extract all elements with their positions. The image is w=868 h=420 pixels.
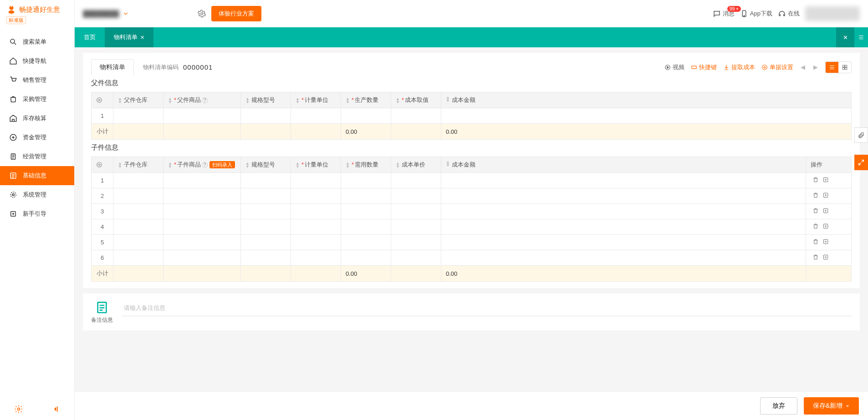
th-child-spec[interactable]: ▲▼规格型号 xyxy=(241,157,291,173)
cell[interactable] xyxy=(241,250,291,266)
table-row[interactable]: 5 xyxy=(92,235,852,250)
cell[interactable] xyxy=(391,108,441,124)
remarks-input[interactable] xyxy=(122,300,852,316)
doc-settings-link[interactable]: 单据设置 xyxy=(761,63,793,71)
cell[interactable] xyxy=(291,219,341,235)
gear-icon[interactable] xyxy=(198,10,206,18)
th-parent-unit[interactable]: ▲▼*计量单位 xyxy=(291,92,341,108)
sidebar-item-funds[interactable]: 资金管理 xyxy=(0,128,74,147)
delete-row-button[interactable] xyxy=(812,192,819,198)
cell[interactable] xyxy=(441,219,806,235)
add-row-button[interactable] xyxy=(822,207,829,214)
th-parent-spec[interactable]: ▲▼规格型号 xyxy=(241,92,291,108)
cell[interactable] xyxy=(291,250,341,266)
cell[interactable] xyxy=(391,219,441,235)
cell[interactable] xyxy=(341,173,391,188)
cell[interactable] xyxy=(341,204,391,219)
add-row-button[interactable] xyxy=(822,177,829,183)
delete-row-button[interactable] xyxy=(812,223,819,229)
cell[interactable] xyxy=(291,204,341,219)
table-row[interactable]: 1 xyxy=(92,173,852,188)
cell[interactable] xyxy=(163,235,241,250)
cell[interactable] xyxy=(113,250,163,266)
cell[interactable] xyxy=(391,235,441,250)
cell[interactable] xyxy=(113,219,163,235)
sidebar-item-purchase[interactable]: 采购管理 xyxy=(0,90,74,109)
sidebar-item-inventory[interactable]: 库存核算 xyxy=(0,109,74,128)
close-icon[interactable]: ✕ xyxy=(140,35,144,40)
cell[interactable] xyxy=(441,173,806,188)
cell[interactable] xyxy=(341,188,391,204)
org-selector[interactable]: ████████ xyxy=(83,10,192,17)
add-row-button[interactable] xyxy=(822,223,829,229)
cell[interactable] xyxy=(441,250,806,266)
th-parent-qty[interactable]: ▲▼*生产数量 xyxy=(341,92,391,108)
cell[interactable] xyxy=(163,204,241,219)
settings-gear-icon[interactable] xyxy=(14,405,23,414)
sidebar-item-system[interactable]: 系统管理 xyxy=(0,185,74,204)
th-gear[interactable] xyxy=(92,157,113,173)
cell[interactable] xyxy=(391,204,441,219)
help-icon[interactable]: ? xyxy=(202,97,208,103)
discard-button[interactable]: 放弃 xyxy=(760,397,797,415)
video-help-link[interactable]: 视频 xyxy=(664,63,684,71)
cell[interactable] xyxy=(241,108,291,124)
cell[interactable] xyxy=(241,235,291,250)
add-row-button[interactable] xyxy=(822,192,829,198)
cell[interactable] xyxy=(441,204,806,219)
delete-row-button[interactable] xyxy=(812,207,819,214)
cell[interactable] xyxy=(241,188,291,204)
cell[interactable] xyxy=(163,250,241,266)
tabs-menu[interactable] xyxy=(854,27,868,47)
th-gear[interactable] xyxy=(92,92,113,108)
cell[interactable] xyxy=(391,250,441,266)
scan-button[interactable]: 扫码录入 xyxy=(209,161,235,168)
delete-row-button[interactable] xyxy=(812,254,819,260)
experience-button[interactable]: 体验行业方案 xyxy=(211,6,261,21)
cell[interactable] xyxy=(341,235,391,250)
delete-row-button[interactable] xyxy=(812,177,819,183)
th-child-unit[interactable]: ▲▼*计量单位 xyxy=(291,157,341,173)
cell[interactable] xyxy=(241,219,291,235)
cell[interactable] xyxy=(163,188,241,204)
app-download-button[interactable]: App下载 xyxy=(740,10,772,18)
next-doc-button[interactable]: ▶ xyxy=(812,64,819,71)
th-child-unitcost[interactable]: ▲▼成本单价 xyxy=(391,157,441,173)
sidebar-item-guide[interactable]: 新手引导 xyxy=(0,204,74,223)
tab-home[interactable]: 首页 xyxy=(75,27,105,47)
cell[interactable] xyxy=(163,219,241,235)
sidebar-item-basicinfo[interactable]: 基础信息 xyxy=(0,166,74,185)
cell[interactable] xyxy=(441,188,806,204)
sidebar-item-operations[interactable]: 经营管理 xyxy=(0,147,74,166)
add-row-button[interactable] xyxy=(822,238,829,245)
cell[interactable] xyxy=(113,188,163,204)
extract-cost-link[interactable]: 提取成本 xyxy=(723,63,755,71)
th-child-qty[interactable]: ▲▼*需用数量 xyxy=(341,157,391,173)
cell[interactable] xyxy=(391,173,441,188)
sidebar-item-quicknav[interactable]: 快捷导航 xyxy=(0,51,74,71)
tabs-close-all[interactable]: ✕ xyxy=(836,27,854,47)
delete-row-button[interactable] xyxy=(812,238,819,245)
cell[interactable] xyxy=(341,108,391,124)
cell[interactable] xyxy=(341,250,391,266)
tab-bom[interactable]: 物料清单 ✕ xyxy=(105,27,153,47)
cell[interactable] xyxy=(341,219,391,235)
cell[interactable] xyxy=(291,188,341,204)
table-row[interactable]: 4 xyxy=(92,219,852,235)
cell[interactable] xyxy=(291,235,341,250)
help-icon[interactable]: ? xyxy=(202,162,208,168)
user-avatar[interactable] xyxy=(805,6,860,21)
cell[interactable] xyxy=(113,235,163,250)
attachment-button[interactable] xyxy=(854,127,868,143)
sidebar-item-search[interactable]: 搜索菜单 xyxy=(0,32,74,51)
cell[interactable] xyxy=(113,108,163,124)
th-parent-warehouse[interactable]: ▲▼父件仓库 xyxy=(113,92,163,108)
collapse-icon[interactable] xyxy=(51,405,60,414)
th-parent-product[interactable]: ▲▼*父件商品? xyxy=(163,92,241,108)
th-child-warehouse[interactable]: ▲▼子件仓库 xyxy=(113,157,163,173)
cell[interactable] xyxy=(163,173,241,188)
cell[interactable] xyxy=(441,235,806,250)
table-row[interactable]: 2 xyxy=(92,188,852,204)
th-child-amount[interactable]: ▲▼成本金额 xyxy=(441,157,806,173)
th-child-product[interactable]: ▲▼*子件商品?扫码录入 xyxy=(163,157,241,173)
